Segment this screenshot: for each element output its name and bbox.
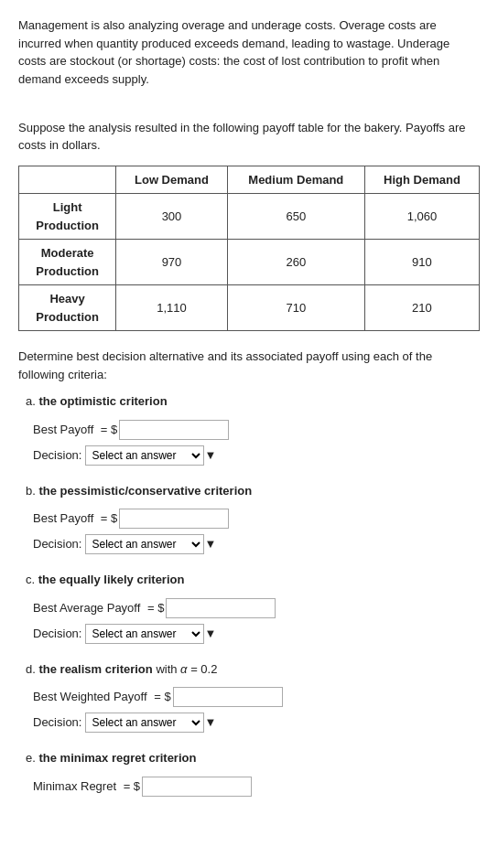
criterion-a-select[interactable]: Select an answer — [85, 445, 204, 466]
criterion-c: c. the equally likely criterion Best Ave… — [18, 571, 480, 644]
criterion-b-decision-label: Decision: — [33, 535, 81, 553]
table-row: LightProduction 300 650 1,060 — [19, 194, 480, 240]
table-row: ModerateProduction 970 260 910 — [19, 240, 480, 285]
criterion-d-payoff-label: Best Weighted Payoff — [33, 688, 147, 706]
criterion-a-label: the optimistic criterion — [38, 394, 167, 408]
criterion-a-input-row: Best Payoff = $ — [33, 420, 480, 440]
criterion-a-decision-row: Decision: Select an answer ▼ — [33, 445, 480, 466]
criterion-c-prefix: c. — [26, 573, 35, 586]
criterion-b-select[interactable]: Select an answer — [85, 534, 204, 554]
table-header-low: Low Demand — [116, 166, 227, 194]
criterion-d-label: the realism criterion — [38, 662, 152, 676]
criterion-d-decision-row: Decision: Select an answer ▼ — [33, 713, 480, 733]
criterion-e: e. the minimax regret criterion Minimax … — [18, 749, 480, 797]
criterion-b-heading: b. the pessimistic/conservative criterio… — [26, 482, 480, 500]
criterion-c-heading: c. the equally likely criterion — [26, 571, 480, 589]
criterion-c-equals: = — [144, 599, 157, 617]
criterion-e-dollar: $ — [134, 777, 140, 796]
cell-moderate-low: 970 — [116, 240, 227, 285]
criterion-d-select[interactable]: Select an answer — [85, 713, 204, 733]
suppose-paragraph: Suppose the analysis resulted in the fol… — [18, 119, 480, 155]
criterion-b-input[interactable] — [119, 509, 229, 529]
criterion-a-equals: = — [97, 421, 111, 439]
criterion-c-payoff-label: Best Average Payoff — [33, 599, 140, 617]
criterion-a-dollar: $ — [111, 421, 117, 439]
criterion-c-select[interactable]: Select an answer — [85, 624, 204, 644]
criterion-a-heading: a. the optimistic criterion — [26, 392, 480, 411]
criterion-a-decision-label: Decision: — [33, 446, 81, 465]
criterion-e-equals: = — [120, 777, 134, 796]
payoff-table: Low Demand Medium Demand High Demand Lig… — [18, 166, 480, 332]
criterion-a-dropdown-icon: ▼ — [204, 446, 216, 465]
criterion-b: b. the pessimistic/conservative criterio… — [18, 482, 480, 555]
row-label-moderate: ModerateProduction — [19, 240, 116, 285]
criterion-e-label: the minimax regret criterion — [38, 751, 196, 765]
criterion-a-input[interactable] — [119, 420, 229, 440]
criterion-b-decision-row: Decision: Select an answer ▼ — [33, 534, 480, 554]
criterion-c-input-row: Best Average Payoff = $ — [33, 598, 480, 618]
criterion-a-payoff-label: Best Payoff — [33, 421, 93, 439]
table-header-empty — [19, 166, 116, 194]
cell-light-medium: 650 — [227, 194, 364, 240]
cell-heavy-medium: 710 — [227, 285, 364, 331]
criterion-d-input-row: Best Weighted Payoff = $ — [33, 687, 480, 707]
criterion-e-prefix: e. — [26, 751, 36, 765]
criterion-c-label: the equally likely criterion — [38, 573, 185, 586]
row-label-heavy: HeavyProduction — [19, 285, 116, 331]
criterion-d-alpha: with α = 0.2 — [156, 662, 217, 676]
criterion-d: d. the realism criterion with α = 0.2 Be… — [18, 660, 480, 734]
table-header-high: High Demand — [364, 166, 479, 194]
criterion-d-equals: = — [151, 688, 165, 706]
criterion-b-dollar: $ — [111, 509, 117, 528]
criterion-b-input-row: Best Payoff = $ — [33, 509, 480, 529]
criterion-e-payoff-label: Minimax Regret — [33, 777, 116, 796]
criterion-a-prefix: a. — [26, 394, 36, 408]
criterion-b-payoff-label: Best Payoff — [33, 509, 93, 528]
criterion-d-input[interactable] — [173, 687, 283, 707]
criterion-c-decision-label: Decision: — [33, 625, 81, 643]
criterion-b-label: the pessimistic/conservative criterion — [38, 484, 252, 498]
determine-text: Determine best decision alternative and … — [18, 348, 480, 383]
criterion-d-dollar: $ — [164, 688, 170, 706]
table-row: HeavyProduction 1,110 710 210 — [19, 285, 480, 331]
criterion-c-decision-row: Decision: Select an answer ▼ — [33, 624, 480, 644]
criterion-d-decision-label: Decision: — [33, 713, 81, 732]
cell-heavy-low: 1,110 — [116, 285, 227, 331]
cell-heavy-high: 210 — [364, 285, 479, 331]
criterion-c-input[interactable] — [166, 598, 276, 618]
criterion-b-dropdown-icon: ▼ — [204, 535, 216, 553]
intro-paragraph-1: Management is also analyzing overage and… — [18, 16, 480, 88]
criterion-b-equals: = — [97, 509, 111, 528]
criterion-e-input[interactable] — [142, 777, 252, 797]
criterion-e-heading: e. the minimax regret criterion — [26, 749, 480, 767]
criterion-d-prefix: d. — [26, 662, 36, 676]
row-label-light: LightProduction — [19, 194, 116, 240]
criterion-c-dollar: $ — [157, 599, 164, 617]
payoff-table-wrapper: Low Demand Medium Demand High Demand Lig… — [18, 166, 480, 332]
criterion-a: a. the optimistic criterion Best Payoff … — [18, 392, 480, 466]
cell-light-low: 300 — [116, 194, 227, 240]
criterion-d-heading: d. the realism criterion with α = 0.2 — [26, 660, 480, 679]
cell-light-high: 1,060 — [364, 194, 479, 240]
cell-moderate-high: 910 — [364, 240, 479, 285]
table-header-medium: Medium Demand — [227, 166, 364, 194]
criterion-c-dropdown-icon: ▼ — [204, 625, 216, 643]
criterion-b-prefix: b. — [26, 484, 36, 498]
criterion-e-input-row: Minimax Regret = $ — [33, 777, 480, 797]
criterion-d-dropdown-icon: ▼ — [204, 713, 216, 732]
cell-moderate-medium: 260 — [227, 240, 364, 285]
